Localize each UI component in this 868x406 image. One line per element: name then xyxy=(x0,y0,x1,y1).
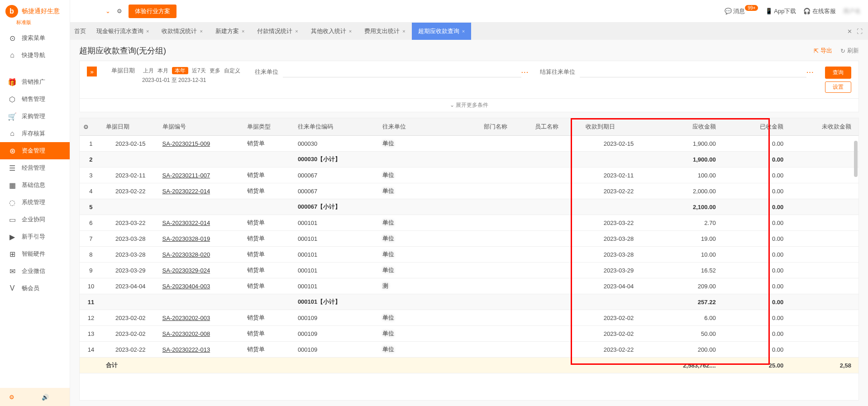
doc-code-link[interactable]: SA-20230215-009 xyxy=(162,140,210,147)
user-avatar[interactable]: 用户名 xyxy=(843,7,861,15)
settings-gear-icon[interactable]: ⚙ xyxy=(9,394,14,401)
unit-filter-label: 往来单位 xyxy=(255,68,278,76)
doc-code-link[interactable]: SA-20230202-008 xyxy=(162,330,210,337)
table-row[interactable]: 1 2023-02-15 SA-20230215-009 销货单000030 单… xyxy=(80,136,858,152)
trial-button[interactable]: 体验行业方案 xyxy=(129,5,176,18)
sidebar-item-3[interactable]: ⬡销售管理 xyxy=(0,91,70,108)
doc-code-link[interactable]: SA-20230211-007 xyxy=(162,172,210,179)
tab-4[interactable]: 其他收入统计× xyxy=(305,23,358,40)
nav-icon: ▭ xyxy=(8,215,16,224)
nav-label: 智能硬件 xyxy=(22,250,45,258)
date-preset-2[interactable]: 本年 xyxy=(172,67,188,74)
sidebar-item-6[interactable]: ⊛资金管理 xyxy=(0,142,70,159)
nav-icon: ⊛ xyxy=(8,147,16,155)
sidebar-item-14[interactable]: V畅会员 xyxy=(0,280,70,297)
table-row[interactable]: 13 2023-02-02 SA-20230202-008 销货单000109 … xyxy=(80,326,858,342)
collapse-filter-icon[interactable]: » xyxy=(87,67,97,76)
tab-3[interactable]: 付款情况统计× xyxy=(251,23,304,40)
table-row[interactable]: 12 2023-02-02 SA-20230202-003 销货单000109 … xyxy=(80,310,858,326)
doc-code-link[interactable]: SA-20230322-014 xyxy=(162,220,210,226)
settle-unit-more-icon[interactable]: ··· xyxy=(806,69,814,76)
doc-code-link[interactable]: SA-20230328-020 xyxy=(162,251,210,258)
doc-code-link[interactable]: SA-20230328-019 xyxy=(162,235,210,242)
date-preset-5[interactable]: 自定义 xyxy=(224,67,240,74)
table-row[interactable]: 5 000067【小计】 2,100.000.00 xyxy=(80,199,858,215)
close-tab-icon[interactable]: × xyxy=(462,29,465,34)
sidebar-item-9[interactable]: ◌系统管理 xyxy=(0,194,70,211)
settle-unit-filter-input[interactable] xyxy=(580,67,806,77)
close-tab-icon[interactable]: × xyxy=(242,29,244,34)
close-tab-icon[interactable]: × xyxy=(349,29,352,34)
sidebar-item-12[interactable]: ⊞智能硬件 xyxy=(0,245,70,263)
unit-more-icon[interactable]: ··· xyxy=(521,69,529,76)
filter-settings-button[interactable]: 设置 xyxy=(825,81,851,93)
tab-5[interactable]: 费用支出统计× xyxy=(358,23,411,40)
customer-service-link[interactable]: 🎧 在线客服 xyxy=(803,7,836,15)
table-row[interactable]: 2 000030【小计】 1,900.000.00 xyxy=(80,152,858,167)
sidebar-item-13[interactable]: ✉企业微信 xyxy=(0,263,70,280)
sidebar-item-10[interactable]: ▭企业协同 xyxy=(0,211,70,228)
table-row[interactable]: 8 2023-03-28 SA-20230328-020 销货单000101 单… xyxy=(80,247,858,263)
table-row[interactable]: 14 2023-02-22 SA-20230222-013 销货单000109 … xyxy=(80,342,858,358)
doc-code-link[interactable]: SA-20230222-014 xyxy=(162,188,210,195)
sidebar-item-4[interactable]: 🛒采购管理 xyxy=(0,108,70,125)
tab-0[interactable]: 现金银行流水查询× xyxy=(90,23,155,40)
close-tab-icon[interactable]: × xyxy=(200,29,202,34)
close-all-tabs-icon[interactable]: ✕ xyxy=(847,28,852,35)
table-row[interactable]: 6 2023-03-22 SA-20230322-014 销货单000101 单… xyxy=(80,215,858,231)
fullscreen-icon[interactable]: ⛶ xyxy=(857,28,863,35)
th-emp: 员工名称 xyxy=(531,118,582,136)
sound-icon[interactable]: 🔊 xyxy=(42,394,49,401)
close-tab-icon[interactable]: × xyxy=(146,29,149,34)
app-download-link[interactable]: 📱 App下载 xyxy=(765,7,796,15)
topbar-gear-icon[interactable]: ⚙ xyxy=(117,8,122,14)
search-button[interactable]: 查询 xyxy=(825,67,851,79)
date-preset-0[interactable]: 上月 xyxy=(143,67,154,74)
unit-filter-input[interactable] xyxy=(283,67,521,77)
date-preset-4[interactable]: 更多 xyxy=(210,67,220,74)
export-link[interactable]: ⇱ 导出 xyxy=(814,47,832,55)
sidebar-item-8[interactable]: ▦基础信息 xyxy=(0,177,70,194)
nav-icon: ▦ xyxy=(8,181,16,189)
col-gear-icon[interactable]: ⚙ xyxy=(80,118,102,136)
sidebar-item-1[interactable]: ⌂快捷导航 xyxy=(0,47,70,64)
nav-icon: ⌂ xyxy=(8,51,16,59)
refresh-link[interactable]: ↻ 刷新 xyxy=(840,47,859,55)
close-tab-icon[interactable]: × xyxy=(402,29,405,34)
doc-code-link[interactable]: SA-20230329-024 xyxy=(162,267,210,274)
sidebar-item-7[interactable]: ☰经营管理 xyxy=(0,159,70,177)
org-name[interactable] xyxy=(77,7,101,15)
date-preset-1[interactable]: 本月 xyxy=(157,67,168,74)
sidebar-item-11[interactable]: ▶新手引导 xyxy=(0,228,70,245)
th-date: 单据日期 xyxy=(102,118,159,136)
org-chevron-icon[interactable]: ⌄ xyxy=(105,8,110,14)
expand-filters-link[interactable]: ⌄ 展开更多条件 xyxy=(79,99,859,112)
date-preset-3[interactable]: 近7天 xyxy=(192,67,206,74)
table-scrollbar[interactable] xyxy=(854,141,858,177)
date-range-display[interactable]: 2023-01-01 至 2023-12-31 xyxy=(142,76,244,84)
doc-code-link[interactable]: SA-20230404-003 xyxy=(162,283,210,290)
table-row[interactable]: 4 2023-02-22 SA-20230222-014 销货单000067 单… xyxy=(80,183,858,199)
th-due: 收款到期日 xyxy=(582,118,655,136)
nav-icon: ⊙ xyxy=(8,34,16,42)
table-row[interactable]: 11 000101【小计】 257.220.00 xyxy=(80,294,858,310)
tab-home[interactable]: 首页 xyxy=(70,23,90,40)
tab-1[interactable]: 收款情况统计× xyxy=(155,23,209,40)
tab-6[interactable]: 超期应收款查询× xyxy=(412,23,471,40)
sidebar-item-5[interactable]: ⌂库存核算 xyxy=(0,125,70,142)
sidebar-item-2[interactable]: 🎁营销推广 xyxy=(0,73,70,91)
table-row[interactable]: 7 2023-03-28 SA-20230328-019 销货单000101 单… xyxy=(80,231,858,247)
logo-icon: b xyxy=(5,5,18,18)
nav-label: 库存核算 xyxy=(22,129,45,138)
sidebar-item-0[interactable]: ⊙搜索菜单 xyxy=(0,29,70,47)
doc-code-link[interactable]: SA-20230202-003 xyxy=(162,315,210,321)
table-row[interactable]: 10 2023-04-04 SA-20230404-003 销货单000101 … xyxy=(80,278,858,294)
doc-code-link[interactable]: SA-20230222-013 xyxy=(162,346,210,353)
message-link[interactable]: 💬 消息99+ xyxy=(725,7,758,15)
table-row[interactable]: 9 2023-03-29 SA-20230329-024 销货单000101 单… xyxy=(80,263,858,278)
nav-icon: 🛒 xyxy=(8,112,16,120)
close-tab-icon[interactable]: × xyxy=(295,29,298,34)
tab-2[interactable]: 新建方案× xyxy=(209,23,251,40)
table-row[interactable]: 3 2023-02-11 SA-20230211-007 销货单000067 单… xyxy=(80,167,858,183)
th-code: 单据编号 xyxy=(159,118,243,136)
